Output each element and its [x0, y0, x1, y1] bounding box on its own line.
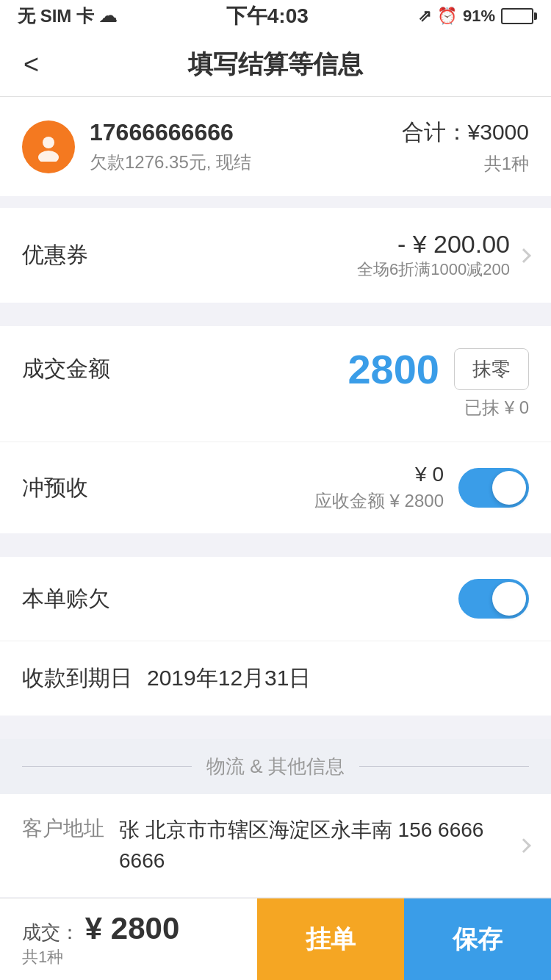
bottom-total-label: 成交： — [22, 921, 79, 943]
prepay-sub: 应收金额 ¥ 2800 — [314, 489, 444, 513]
debt-row: 本单赊欠 — [22, 579, 529, 619]
coupon-label: 优惠券 — [22, 240, 88, 270]
sim-status: 无 SIM 卡 ☁ — [18, 4, 117, 28]
customer-right: 合计：¥3000 共1种 — [402, 118, 529, 176]
amount-label: 成交金额 — [22, 354, 110, 384]
due-date-value: 2019年12月31日 — [147, 663, 311, 693]
divider-line-left — [22, 766, 192, 767]
bottom-total-row: 成交： ¥ 2800 — [22, 911, 235, 946]
round-button[interactable]: 抹零 — [454, 348, 529, 390]
prepay-label: 冲预收 — [22, 473, 88, 503]
svg-point-1 — [38, 151, 59, 162]
status-left: 无 SIM 卡 ☁ — [18, 4, 117, 28]
gray-divider-2 — [0, 545, 551, 557]
bottom-count: 共1种 — [22, 946, 235, 968]
due-date-section: 收款到期日 2019年12月31日 — [0, 641, 551, 716]
customer-debt: 欠款1276.35元, 现结 — [90, 151, 251, 174]
prepay-section: 冲预收 ¥ 0 应收金额 ¥ 2800 — [0, 442, 551, 533]
coupon-values: - ¥ 200.00 全场6折满1000减200 — [357, 230, 510, 281]
pending-button[interactable]: 挂单 — [257, 898, 404, 981]
amount-value: 2800 — [347, 349, 439, 390]
coupon-section: 优惠券 - ¥ 200.00 全场6折满1000减200 — [0, 208, 551, 303]
address-row: 客户地址 张 北京市市辖区海淀区永丰南 156 6666 6666 — [22, 815, 529, 876]
avatar — [22, 120, 75, 173]
amount-sub: 已抹 ¥ 0 — [22, 396, 529, 419]
total-amount: 合计：¥3000 — [402, 118, 529, 148]
alarm-icon: ⏰ — [437, 7, 457, 26]
coupon-row[interactable]: 优惠券 - ¥ 200.00 全场6折满1000减200 — [0, 208, 551, 303]
status-bar: 无 SIM 卡 ☁ 下午4:03 ⇗ ⏰ 91% — [0, 0, 551, 32]
amount-section: 成交金额 2800 抹零 已抹 ¥ 0 — [0, 326, 551, 442]
bottom-bar: 成交： ¥ 2800 共1种 挂单 保存 — [0, 898, 551, 980]
main-content: 17666666666 欠款1276.35元, 现结 合计：¥3000 共1种 … — [0, 97, 551, 980]
nav-bar: < 填写结算等信息 — [0, 32, 551, 97]
logistics-divider: 物流 & 其他信息 — [0, 739, 551, 794]
address-label: 客户地址 — [22, 815, 104, 843]
address-left: 客户地址 张 北京市市辖区海淀区永丰南 156 6666 6666 — [22, 815, 519, 876]
logistics-label: 物流 & 其他信息 — [206, 754, 345, 779]
coupon-desc: 全场6折满1000减200 — [357, 259, 510, 281]
customer-phone: 17666666666 — [90, 119, 251, 146]
save-button[interactable]: 保存 — [404, 898, 551, 981]
status-time: 下午4:03 — [226, 2, 309, 30]
page-title: 填写结算等信息 — [188, 48, 363, 82]
customer-left: 17666666666 欠款1276.35元, 现结 — [22, 119, 251, 174]
battery-icon — [501, 8, 533, 24]
bottom-summary: 成交： ¥ 2800 共1种 — [0, 911, 257, 968]
gray-divider-3 — [0, 727, 551, 739]
svg-point-0 — [43, 137, 54, 148]
customer-info: 17666666666 欠款1276.35元, 现结 — [90, 119, 251, 174]
address-section[interactable]: 客户地址 张 北京市市辖区海淀区永丰南 156 6666 6666 — [0, 794, 551, 897]
back-button[interactable]: < — [18, 43, 45, 86]
debt-toggle[interactable] — [458, 579, 529, 619]
gray-divider-1 — [0, 314, 551, 326]
prepay-amount: ¥ 0 — [314, 463, 444, 486]
date-row: 收款到期日 2019年12月31日 — [22, 663, 529, 693]
amount-right: 2800 抹零 — [347, 348, 529, 390]
divider-line-right — [359, 766, 529, 767]
prepay-values: ¥ 0 应收金额 ¥ 2800 — [314, 463, 444, 513]
chevron-right-icon — [516, 248, 531, 263]
debt-label: 本单赊欠 — [22, 584, 110, 614]
prepay-row: 冲预收 ¥ 0 应收金额 ¥ 2800 — [22, 463, 529, 513]
total-count: 共1种 — [402, 152, 529, 176]
coupon-right: - ¥ 200.00 全场6折满1000减200 — [357, 230, 529, 281]
bottom-total-amount: ¥ 2800 — [85, 911, 179, 945]
prepay-right: ¥ 0 应收金额 ¥ 2800 — [314, 463, 529, 513]
debt-section: 本单赊欠 — [0, 557, 551, 641]
location-icon: ⇗ — [418, 7, 431, 26]
prepay-toggle[interactable] — [458, 468, 529, 508]
amount-row: 成交金额 2800 抹零 — [22, 348, 529, 390]
coupon-discount: - ¥ 200.00 — [357, 230, 510, 259]
due-date-label: 收款到期日 — [22, 663, 132, 693]
status-right: ⇗ ⏰ 91% — [418, 7, 533, 26]
address-value: 张 北京市市辖区海淀区永丰南 156 6666 6666 — [119, 815, 519, 876]
customer-card: 17666666666 欠款1276.35元, 现结 合计：¥3000 共1种 — [0, 97, 551, 196]
battery-percent: 91% — [463, 7, 495, 26]
